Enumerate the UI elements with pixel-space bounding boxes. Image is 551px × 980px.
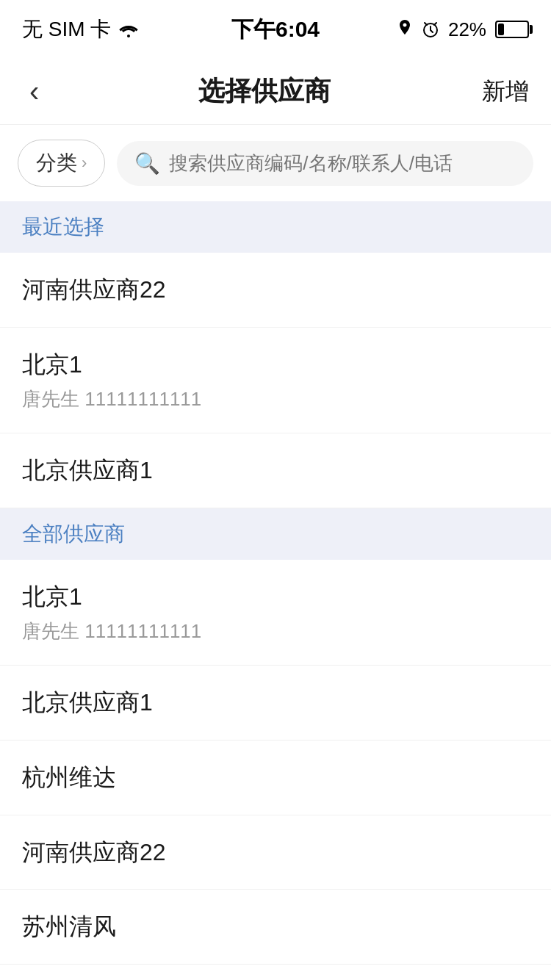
back-button[interactable]: ‹: [22, 68, 46, 115]
add-button[interactable]: 新增: [482, 76, 529, 108]
item-name: 河南供应商22: [22, 836, 529, 869]
item-name: 北京供应商1: [22, 454, 529, 487]
item-sub: 唐先生 11111111111: [22, 386, 529, 412]
list-item-a2[interactable]: 北京供应商1: [0, 666, 551, 741]
search-box: 🔍: [117, 141, 533, 186]
status-bar: 无 SIM 卡 下午6:04 22%: [0, 0, 551, 59]
status-time: 下午6:04: [231, 15, 320, 45]
search-input[interactable]: [169, 152, 516, 175]
section-header-recent: 最近选择: [0, 201, 551, 253]
list-item-r2[interactable]: 北京1唐先生 11111111111: [0, 328, 551, 433]
status-left: 无 SIM 卡: [22, 15, 139, 43]
page-title: 选择供应商: [198, 73, 331, 109]
list-item-a4[interactable]: 河南供应商22: [0, 815, 551, 890]
alarm-icon: [422, 20, 439, 39]
list-item-r1[interactable]: 河南供应商22: [0, 253, 551, 328]
category-filter-button[interactable]: 分类 ›: [18, 140, 105, 187]
item-name: 北京1: [22, 580, 529, 613]
sections-container: 最近选择河南供应商22北京1唐先生 11111111111北京供应商1全部供应商…: [0, 201, 551, 965]
list-item-a5[interactable]: 苏州清风: [0, 890, 551, 965]
item-name: 北京供应商1: [22, 686, 529, 719]
status-right: 22%: [397, 18, 529, 41]
item-name: 杭州维达: [22, 761, 529, 794]
location-icon: [397, 20, 413, 39]
item-name: 北京1: [22, 348, 529, 381]
battery-percent: 22%: [448, 18, 486, 41]
item-name: 苏州清风: [22, 910, 529, 943]
search-area: 分类 › 🔍: [0, 125, 551, 201]
list-item-a3[interactable]: 杭州维达: [0, 741, 551, 815]
battery-icon: [495, 21, 529, 38]
category-label: 分类: [36, 149, 77, 177]
item-name: 河南供应商22: [22, 273, 529, 306]
item-sub: 唐先生 11111111111: [22, 618, 529, 644]
search-icon: 🔍: [134, 151, 160, 176]
chevron-right-icon: ›: [82, 154, 87, 173]
wifi-icon: [118, 21, 139, 37]
no-sim-text: 无 SIM 卡: [22, 15, 111, 43]
section-header-all: 全部供应商: [0, 508, 551, 560]
list-item-a1[interactable]: 北京1唐先生 11111111111: [0, 560, 551, 666]
list-item-r3[interactable]: 北京供应商1: [0, 433, 551, 508]
nav-bar: ‹ 选择供应商 新增: [0, 59, 551, 125]
